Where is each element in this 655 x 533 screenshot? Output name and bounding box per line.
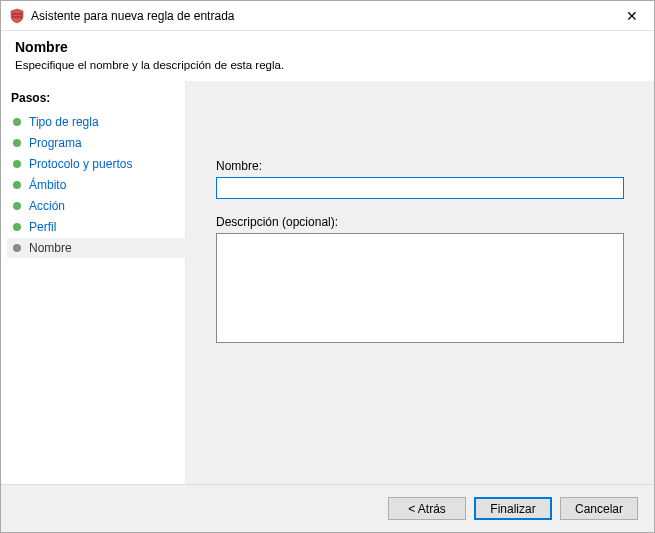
- close-button[interactable]: ✕: [609, 1, 654, 31]
- step-bullet-icon: [13, 244, 21, 252]
- cancel-button[interactable]: Cancelar: [560, 497, 638, 520]
- step-accion[interactable]: Acción: [7, 196, 185, 216]
- step-bullet-icon: [13, 160, 21, 168]
- step-label: Tipo de regla: [29, 115, 99, 129]
- description-label: Descripción (opcional):: [216, 215, 624, 229]
- page-title: Nombre: [15, 39, 640, 55]
- step-nombre[interactable]: Nombre: [7, 238, 185, 258]
- step-bullet-icon: [13, 118, 21, 126]
- step-label: Acción: [29, 199, 65, 213]
- step-label: Ámbito: [29, 178, 66, 192]
- step-ambito[interactable]: Ámbito: [7, 175, 185, 195]
- step-bullet-icon: [13, 223, 21, 231]
- step-bullet-icon: [13, 139, 21, 147]
- steps-sidebar: Pasos: Tipo de regla Programa Protocolo …: [1, 81, 186, 484]
- name-input[interactable]: [216, 177, 624, 199]
- back-button[interactable]: < Atrás: [388, 497, 466, 520]
- window-title: Asistente para nueva regla de entrada: [31, 9, 609, 23]
- description-field-row: Descripción (opcional):: [216, 215, 624, 346]
- step-protocolo-y-puertos[interactable]: Protocolo y puertos: [7, 154, 185, 174]
- steps-heading: Pasos:: [7, 87, 185, 111]
- steps-list: Tipo de regla Programa Protocolo y puert…: [7, 112, 185, 258]
- step-label: Nombre: [29, 241, 72, 255]
- svg-rect-1: [12, 16, 22, 18]
- description-textarea[interactable]: [216, 233, 624, 343]
- main-panel: Nombre: Descripción (opcional):: [186, 81, 654, 484]
- step-perfil[interactable]: Perfil: [7, 217, 185, 237]
- wizard-header: Nombre Especifique el nombre y la descri…: [1, 31, 654, 81]
- step-label: Programa: [29, 136, 82, 150]
- wizard-body: Pasos: Tipo de regla Programa Protocolo …: [1, 81, 654, 484]
- step-bullet-icon: [13, 202, 21, 210]
- wizard-window: Asistente para nueva regla de entrada ✕ …: [0, 0, 655, 533]
- page-subtitle: Especifique el nombre y la descripción d…: [15, 59, 640, 71]
- step-label: Perfil: [29, 220, 56, 234]
- step-tipo-de-regla[interactable]: Tipo de regla: [7, 112, 185, 132]
- step-label: Protocolo y puertos: [29, 157, 132, 171]
- svg-rect-0: [12, 13, 22, 15]
- wizard-footer: < Atrás Finalizar Cancelar: [1, 484, 654, 532]
- finish-button[interactable]: Finalizar: [474, 497, 552, 520]
- close-icon: ✕: [626, 8, 638, 24]
- titlebar: Asistente para nueva regla de entrada ✕: [1, 1, 654, 31]
- step-programa[interactable]: Programa: [7, 133, 185, 153]
- name-field-row: Nombre:: [216, 159, 624, 199]
- firewall-app-icon: [9, 8, 25, 24]
- step-bullet-icon: [13, 181, 21, 189]
- name-label: Nombre:: [216, 159, 624, 173]
